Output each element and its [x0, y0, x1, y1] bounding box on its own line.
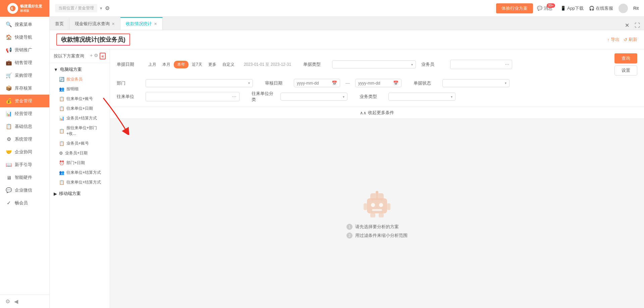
svg-rect-6	[372, 209, 382, 211]
sidebar-item-inventory[interactable]: 📦 库存核算	[0, 82, 49, 95]
doc-type-field[interactable]: ▾	[332, 60, 416, 68]
tab-bar: 首页 现金银行流水查询 ✕ 收款情况统计 ✕ ✕ ⛶	[50, 17, 644, 30]
tab-collection-close[interactable]: ✕	[154, 22, 157, 26]
scheme-item-partner-dept[interactable]: 📋 按往来单位+部门+收...	[50, 123, 110, 139]
review-from-input[interactable]	[297, 81, 330, 86]
scheme-item-salesman-settlement[interactable]: 📊 业务员+结算方式	[50, 113, 110, 123]
scheme-item-partner-date[interactable]: 📋 往来单位+日期	[50, 104, 110, 113]
breadcrumb-area: 当前位置 / 资金管理 ▾ ⚙	[55, 4, 492, 12]
date-this-year-btn[interactable]: 本年	[174, 61, 189, 68]
salesman-field[interactable]: ···	[450, 60, 512, 69]
app-download-btn[interactable]: 📱 App下载	[560, 5, 584, 11]
sidebar-nav: 🔍 搜索菜单 🏠 快捷导航 📢 营销推广 💼 销售管理 🛒 采购管理 📦 库存核…	[0, 17, 49, 295]
empty-tip-2: 2 用过滤条件来缩小分析范围	[346, 233, 408, 239]
message-btn[interactable]: 💬 消息 99+	[537, 5, 552, 11]
partner-dots-btn[interactable]: ···	[232, 94, 236, 100]
add-scheme-btn[interactable]: +	[90, 53, 93, 59]
scheme-item-partner-settle1[interactable]: 👥 往来单位+结算方式	[50, 168, 110, 177]
refresh-icon: ↺	[624, 37, 627, 42]
partner-category-field[interactable]: ▾	[280, 93, 347, 101]
scheme-item-partner-settle2[interactable]: 📋 往来单位+结算方式	[50, 177, 110, 187]
doc-type-input[interactable]	[335, 62, 411, 67]
scheme-item-salesman-acct[interactable]: 📋 业务员+账号	[50, 139, 110, 148]
tip-text-1: 请先选择要分析的方案	[355, 224, 399, 230]
dept-field[interactable]: ▾	[146, 79, 253, 87]
salesman-dots-btn[interactable]: ···	[505, 61, 509, 67]
sidebar-item-hardware[interactable]: 🖥 智能硬件	[0, 171, 49, 184]
finance-icon: 💰	[5, 98, 12, 104]
sidebar-label-business: 经营管理	[15, 111, 32, 117]
scheme-collapse-btn[interactable]: «	[100, 53, 106, 59]
tab-collection[interactable]: 收款情况统计 ✕	[120, 17, 163, 30]
salesman-input[interactable]	[453, 62, 503, 67]
sidebar-item-finance[interactable]: 💰 资金管理	[0, 95, 49, 107]
partner-label: 往来单位	[117, 94, 140, 100]
biz-type-input[interactable]	[391, 94, 451, 99]
sidebar-item-enterprise[interactable]: 🤝 企业协同	[0, 146, 49, 158]
tab-bank-close[interactable]: ✕	[112, 22, 115, 26]
settings-footer-btn[interactable]: ⚙	[5, 298, 10, 305]
scheme-item-salesman[interactable]: 🔄 按业务员	[50, 74, 110, 84]
salesman-acct-icon: 📋	[59, 141, 64, 146]
date-last-month-btn[interactable]: 上月	[146, 61, 159, 68]
close-window-btn[interactable]: ✕	[624, 21, 631, 30]
date-more-btn[interactable]: 更多	[206, 61, 219, 68]
gear-settings-icon[interactable]: ⚙	[105, 5, 110, 11]
sidebar-item-member[interactable]: ✓ 畅会员	[0, 197, 49, 209]
scheme-item-salesman-date[interactable]: ⚙ 业务员+日期	[50, 148, 110, 158]
sidebar-item-quicknav[interactable]: 🏠 快捷导航	[0, 31, 49, 44]
settings-button[interactable]: 设置	[614, 65, 637, 75]
refresh-button[interactable]: ↺ 刷新	[624, 37, 637, 43]
tab-bank[interactable]: 现金银行流水查询 ✕	[69, 18, 120, 30]
review-date-to[interactable]: 📅	[355, 79, 401, 87]
date-this-month-btn[interactable]: 本月	[160, 61, 173, 68]
sidebar-item-guide[interactable]: 📖 新手引导	[0, 158, 49, 171]
scheme-item-detail[interactable]: 👥 按明细	[50, 84, 110, 94]
sidebar-label-sales: 销售管理	[15, 60, 32, 66]
doc-status-field[interactable]: ▾	[442, 79, 509, 87]
collapse-sidebar-btn[interactable]: ◀	[14, 298, 18, 305]
scheme-group-pc-title[interactable]: ▼ 电脑端方案	[50, 64, 110, 74]
sidebar-item-purchase[interactable]: 🛒 采购管理	[0, 69, 49, 82]
biz-type-field[interactable]: ▾	[388, 93, 455, 101]
sidebar-item-system[interactable]: ⚙ 系统管理	[0, 133, 49, 146]
partner-input[interactable]	[149, 94, 231, 99]
export-button[interactable]: ↑ 导出	[607, 37, 620, 43]
trial-button[interactable]: 体验行业方案	[496, 3, 533, 13]
date-7days-btn[interactable]: 近7天	[189, 61, 205, 68]
tab-home[interactable]: 首页	[50, 18, 69, 30]
scheme-settings-btn[interactable]: ⚙	[94, 53, 98, 59]
dept-input[interactable]	[149, 81, 248, 86]
partner-category-input[interactable]	[283, 94, 343, 99]
scheme-item-label-2: 往来单位+账号	[66, 96, 93, 102]
online-service-btn[interactable]: 🎧 在线客服	[589, 5, 613, 11]
sidebar-item-marketing[interactable]: 📢 营销推广	[0, 44, 49, 56]
sidebar-item-search[interactable]: 🔍 搜索菜单	[0, 18, 49, 31]
enterprise-icon: 🤝	[5, 149, 12, 155]
scheme-item-partner-account[interactable]: 📋 往来单位+账号	[50, 94, 110, 104]
tab-bar-right: ✕ ⛶	[624, 21, 644, 30]
sidebar-item-business[interactable]: 📊 经营管理	[0, 107, 49, 120]
review-to-input[interactable]	[358, 81, 392, 86]
review-date-from[interactable]: 📅	[294, 79, 340, 87]
date-custom-btn[interactable]: 自定义	[220, 61, 237, 68]
cal-icon-to[interactable]: 📅	[393, 81, 398, 86]
tip-num-1: 1	[346, 224, 353, 230]
date-label: 单据日期	[117, 61, 140, 67]
cal-icon-from[interactable]: 📅	[332, 81, 337, 86]
doc-status-input[interactable]	[445, 81, 505, 86]
sidebar-item-basic[interactable]: 📋 基础信息	[0, 120, 49, 133]
svg-point-4	[371, 203, 375, 207]
scheme-tree: ▼ 电脑端方案 🔄 按业务员 👥 按明细 📋	[50, 63, 110, 308]
date-range-text: 2023-01-01 至 2023-12-31	[244, 62, 291, 67]
filter-section: 单据日期 上月 本月 本年 近7天 更多 自定义 2023-01-01 至 20…	[110, 49, 644, 107]
sidebar-item-sales[interactable]: 💼 销售管理	[0, 56, 49, 69]
partner-field[interactable]: ···	[146, 92, 239, 101]
collapse-more-btn[interactable]: ∧∧ 收起更多条件	[110, 107, 644, 119]
user-avatar[interactable]	[619, 4, 628, 13]
maximize-window-btn[interactable]: ⛶	[633, 21, 641, 30]
scheme-item-dept-date[interactable]: ⏰ 部门+日期	[50, 158, 110, 168]
scheme-group-mobile-title[interactable]: ▶ 移动端方案	[50, 189, 110, 199]
sidebar-item-wechat[interactable]: 💬 企业微信	[0, 184, 49, 197]
query-button[interactable]: 查询	[614, 53, 637, 63]
